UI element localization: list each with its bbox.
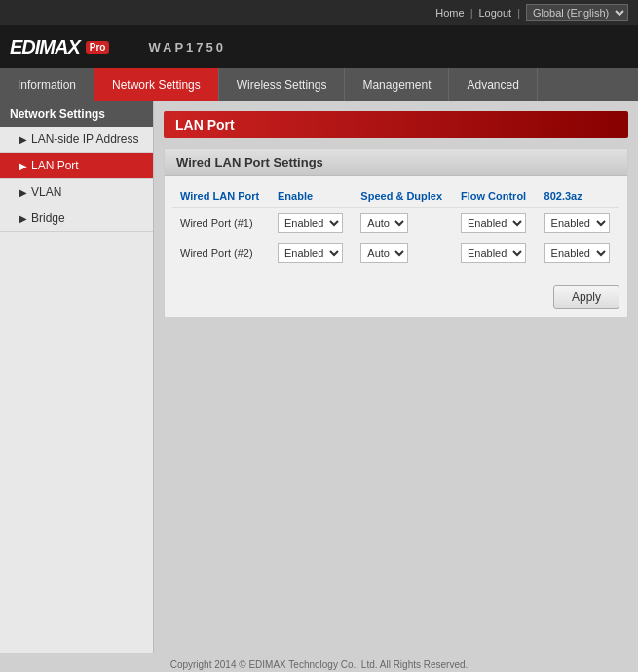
- main-content: LAN Port Wired LAN Port Settings Wired L…: [154, 101, 638, 653]
- sidebar-item-bridge[interactable]: ▶ Bridge: [0, 205, 153, 232]
- sidebar-item-lan-port[interactable]: ▶ LAN Port: [0, 153, 153, 179]
- col-header: Enable: [270, 184, 353, 208]
- speed-select-1[interactable]: Auto: [360, 213, 408, 233]
- sidebar-item-lan-ip[interactable]: ▶ LAN-side IP Address: [0, 127, 153, 153]
- table-row: Wired Port (#1)EnabledAutoEnabledEnabled: [172, 208, 619, 239]
- page-body: Network Settings ▶ LAN-side IP Address▶ …: [0, 101, 638, 653]
- pro-badge: Pro: [86, 41, 110, 54]
- port-name: Wired Port (#2): [172, 239, 270, 269]
- settings-box-title: Wired LAN Port Settings: [165, 149, 627, 176]
- col-header: Wired LAN Port: [172, 184, 270, 208]
- flow-select-1[interactable]: Enabled: [461, 213, 526, 233]
- nav-item-information[interactable]: Information: [0, 68, 94, 101]
- device-name: WAP1750: [148, 40, 226, 55]
- sidebar: Network Settings ▶ LAN-side IP Address▶ …: [0, 101, 154, 653]
- col-header: 802.3az: [537, 184, 619, 208]
- logo-bar: EDIMAX Pro WAP1750: [0, 25, 638, 68]
- footer-text: Copyright 2014 © EDIMAX Technology Co., …: [170, 659, 469, 670]
- footer: Copyright 2014 © EDIMAX Technology Co., …: [0, 653, 638, 672]
- nav-item-management[interactable]: Management: [345, 68, 449, 101]
- apply-row: Apply: [165, 276, 627, 317]
- page-title: LAN Port: [164, 111, 628, 138]
- port-name: Wired Port (#1): [172, 208, 270, 239]
- top-bar: Home | Logout | Global (English): [0, 0, 638, 25]
- sidebar-item-vlan[interactable]: ▶ VLAN: [0, 179, 153, 205]
- home-link[interactable]: Home: [435, 7, 464, 19]
- port-table-wrap: Wired LAN PortEnableSpeed & DuplexFlow C…: [165, 176, 627, 276]
- dot3az-select-2[interactable]: Enabled: [544, 243, 610, 263]
- table-row: Wired Port (#2)EnabledAutoEnabledEnabled: [172, 239, 619, 269]
- port-table: Wired LAN PortEnableSpeed & DuplexFlow C…: [172, 184, 619, 268]
- flow-select-2[interactable]: Enabled: [461, 243, 526, 263]
- dot3az-select-1[interactable]: Enabled: [544, 213, 610, 233]
- apply-button[interactable]: Apply: [553, 285, 619, 309]
- brand-name: EDIMAX: [10, 36, 80, 58]
- global-select-wrap: Global (English): [526, 4, 628, 21]
- speed-select-2[interactable]: Auto: [360, 243, 408, 263]
- nav-item-network-settings[interactable]: Network Settings: [94, 68, 219, 101]
- col-header: Flow Control: [453, 184, 537, 208]
- col-header: Speed & Duplex: [353, 184, 453, 208]
- nav-bar: InformationNetwork SettingsWireless Sett…: [0, 68, 638, 101]
- enable-select-1[interactable]: Enabled: [278, 213, 343, 233]
- enable-select-2[interactable]: Enabled: [278, 243, 343, 263]
- logout-link[interactable]: Logout: [478, 7, 511, 19]
- sidebar-title: Network Settings: [0, 101, 153, 127]
- logo-area: EDIMAX Pro: [10, 36, 109, 58]
- settings-box: Wired LAN Port Settings Wired LAN PortEn…: [164, 148, 628, 317]
- nav-item-advanced[interactable]: Advanced: [449, 68, 537, 101]
- nav-item-wireless-settings[interactable]: Wireless Settings: [219, 68, 346, 101]
- language-select[interactable]: Global (English): [526, 4, 628, 21]
